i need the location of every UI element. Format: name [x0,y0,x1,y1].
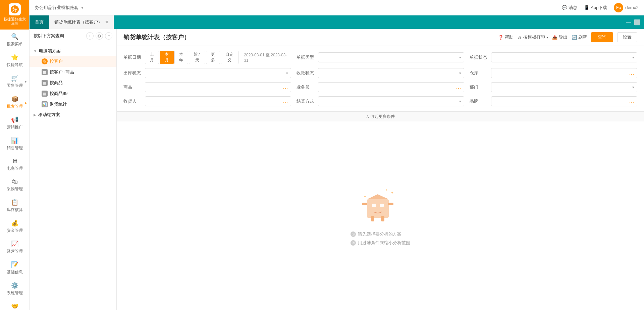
receiver-dots-icon[interactable]: … [283,98,288,104]
filter-warehouse: 仓库 … [470,68,637,78]
tab-sales-stat[interactable]: 销货单统计表（按客户） ✕ [49,15,114,29]
payment-method-dropdown-icon: ▾ [459,99,461,104]
sales-mgmt-icon: 📊 [11,137,18,144]
sidebar-item-enterprise-collab[interactable]: 🤝 企业协同 [0,299,29,310]
tab-close-btn[interactable]: ✕ [105,20,108,24]
help-btn[interactable]: ❓ 帮助 [498,34,514,40]
tab-maximize-icon[interactable]: ⬜ [634,19,641,25]
date-btn-last-month[interactable]: 上月 [145,51,159,64]
date-btn-custom[interactable]: 自定义 [221,51,239,64]
user-btn[interactable]: Ea demo2 [614,3,639,12]
department-dropdown-icon: ▾ [632,85,634,90]
sidebar-item-wholesale-mgmt[interactable]: 📦 批发管理 ▴ [0,92,29,113]
sidebar-item-basic-info[interactable]: 📝 基础信息 [0,258,29,278]
help-icon: ❓ [498,35,503,40]
app-download-btn[interactable]: 📱 App下载 [584,5,607,11]
tree-item-return-stat[interactable]: 📊 退货统计 [30,99,116,110]
sidebar-item-marketing[interactable]: 📢 营销推广 [0,113,29,134]
filter-doc-type-input[interactable]: ▾ [318,52,464,62]
sidebar-item-retail-mgmt[interactable]: 🛒 零售管理 ▾ [0,71,29,92]
filter-department-input[interactable]: ▾ [491,82,637,92]
tab-home[interactable]: 首页 [30,15,49,29]
left-panel: 按以下方案查询 + ⚙ « ▼ [30,29,117,310]
filter-row-4: 收货人 … 结算方式 ▾ 品牌 [123,96,637,106]
sidebar-item-finance[interactable]: 💰 资金管理 [0,216,29,237]
filter-collect-status-input[interactable]: ▾ [318,68,464,78]
collapse-bar-text: ∧ 收起更多条件 [366,114,394,119]
filter-department-label: 部门 [470,84,488,90]
staff-dots-icon[interactable]: … [456,84,461,90]
export-btn[interactable]: 📤 导出 [552,34,568,40]
brand-dots-icon[interactable]: … [629,98,634,104]
svg-rect-6 [381,216,384,221]
filter-goods-input[interactable]: … [145,82,291,92]
sidebar-item-ecommerce[interactable]: 🖥 电商管理 [0,154,29,175]
tip-text-1: 请先选择要分析的方案 [358,230,401,239]
filter-area: 单据日期 上月 本月 本年 近7天 更多 自定义 2023-03-01 至 20… [117,46,644,111]
inventory-icon: 📋 [11,199,18,206]
print-btn[interactable]: 🖨 按模板打印 ▾ [518,34,548,40]
sidebar-item-label: 营销推广 [7,124,23,130]
warehouse-dots-icon[interactable]: … [629,70,634,76]
collapse-panel-btn[interactable]: « [105,32,112,40]
add-icon: + [89,34,91,39]
filter-receiver-input[interactable]: … [145,96,291,106]
industry-dropdown-icon[interactable]: ▾ [81,5,84,10]
sidebar-item-sales-mgmt[interactable]: 📊 销售管理 [0,134,29,154]
tree-item-by-customer[interactable]: 客 按客户 [30,56,116,67]
sidebar-item-search-menu[interactable]: 🔍 搜索菜单 [0,30,29,50]
tree-arrow-right: ▶ [34,113,36,117]
sidebar-item-system[interactable]: ⚙️ 系统管理 [0,278,29,299]
filter-warehouse-input[interactable]: … [491,68,637,78]
message-btn[interactable]: 💬 消息 [562,5,577,11]
filter-warehouse-label: 仓库 [470,70,488,76]
settings-button[interactable]: 设置 [617,32,637,42]
tab-minimize-icon[interactable]: — [626,19,631,25]
refresh-icon: 🔄 [572,35,577,40]
marketing-icon: 📢 [11,116,18,123]
sidebar-item-quick-nav[interactable]: ⭐ 快捷导航 [0,50,29,71]
filter-out-status-input[interactable]: ▾ [145,68,291,78]
filter-out-status: 出库状态 ▾ [123,68,291,78]
filter-goods: 商品 … [123,82,291,92]
date-btn-this-year[interactable]: 本年 [174,51,189,64]
date-btn-this-month[interactable]: 本月 [160,51,174,64]
sidebar-item-label: 采购管理 [7,186,23,192]
add-scheme-btn[interactable]: + [86,32,94,40]
query-button[interactable]: 查询 [591,32,613,42]
filter-doc-status-input[interactable]: ▾ [491,52,637,62]
filter-brand-input[interactable]: … [491,96,637,106]
doc-type-dropdown-icon: ▾ [459,55,461,60]
tree-item-by-goods-99[interactable]: ▦ 按商品99 [30,88,116,99]
tree-item-by-customer-goods[interactable]: ▦ 按客户+商品 [30,67,116,78]
tree-group-desktop-header[interactable]: ▼ 电脑端方案 [30,46,116,56]
purchase-icon: 🛍 [12,178,18,185]
logo-icon: 好 [9,3,21,15]
date-btn-more[interactable]: 更多 [206,51,220,64]
sidebar-item-purchase[interactable]: 🛍 采购管理 [0,175,29,195]
message-icon: 💬 [562,5,567,10]
tab-bar-actions: — ⬜ [626,19,644,25]
svg-text:✦: ✦ [390,191,394,195]
expand-icon-active: ▴ [25,101,26,104]
svg-rect-3 [372,204,376,207]
search-menu-icon: 🔍 [11,33,18,40]
collapse-bar[interactable]: ∧ 收起更多条件 [117,111,644,121]
filter-collect-status: 收款状态 ▾ [297,68,464,78]
filter-staff-input[interactable]: … [318,82,464,92]
date-btn-7days[interactable]: 近7天 [189,51,205,64]
sidebar-item-inventory[interactable]: 📋 库存核算 [0,195,29,216]
settings-scheme-btn[interactable]: ⚙ [96,32,103,40]
filter-payment-method-input[interactable]: ▾ [318,96,464,106]
filter-payment-method-label: 结算方式 [297,98,315,104]
goods-dots-icon[interactable]: … [283,84,288,90]
quick-nav-icon: ⭐ [11,54,18,61]
tree-group-mobile-header[interactable]: ▶ 移动端方案 [30,110,116,120]
refresh-btn[interactable]: 🔄 刷新 [572,34,587,40]
operations-icon: 📈 [11,240,18,248]
svg-rect-2 [367,199,389,218]
tree-item-by-goods[interactable]: ▦ 按商品 [30,78,116,88]
sidebar-item-operations[interactable]: 📈 经营管理 [0,237,29,258]
filter-department: 部门 ▾ [470,82,637,92]
message-label: 消息 [569,5,577,11]
